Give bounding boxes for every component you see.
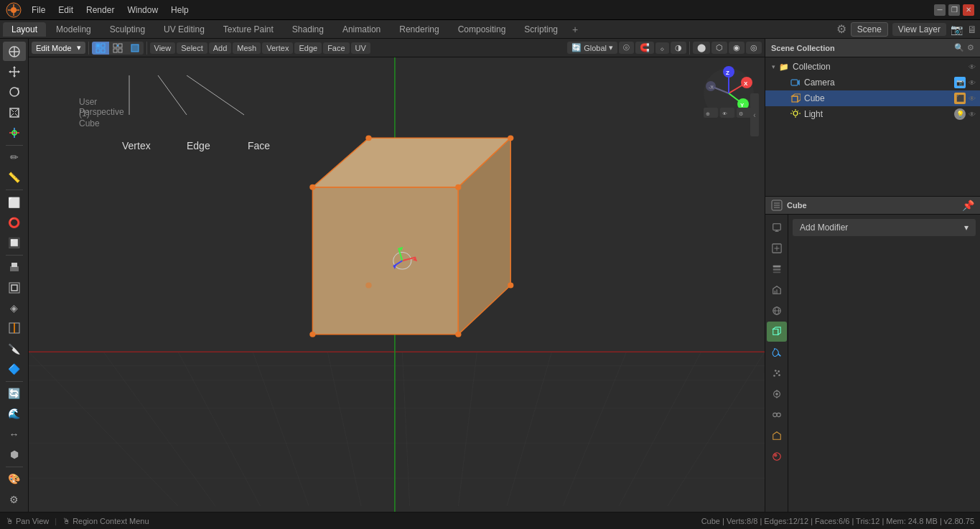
options-tool[interactable]: ⚙ xyxy=(3,490,26,509)
solid-mode[interactable]: ⬤ xyxy=(693,42,710,54)
scene-props-icon[interactable] xyxy=(767,280,787,300)
wireframe-mode[interactable]: ⬡ xyxy=(711,42,727,54)
transform-orientation[interactable]: 🔄 Global ▾ xyxy=(567,42,617,54)
tab-compositing[interactable]: Compositing xyxy=(449,22,515,37)
tree-item-light[interactable]: Light 💡 👁 xyxy=(765,106,980,122)
svg-point-15 xyxy=(10,88,19,96)
physics-props-icon[interactable] xyxy=(767,384,787,404)
svg-rect-27 xyxy=(9,283,19,293)
close-button[interactable]: ✕ xyxy=(963,4,974,16)
menu-edit[interactable]: Edit xyxy=(52,4,79,17)
maximize-button[interactable]: ❐ xyxy=(948,4,960,16)
viewport-canvas[interactable]: User Perspective (1) Cube Vertex Edge Fa… xyxy=(29,57,765,512)
tab-sculpting[interactable]: Sculpting xyxy=(101,22,154,37)
inset-tool[interactable] xyxy=(3,278,26,297)
shrink-fatten-tool[interactable]: ⬢ xyxy=(3,444,26,464)
smooth-tool[interactable]: 🌊 xyxy=(3,404,26,423)
view-layer-selector[interactable]: View Layer xyxy=(892,23,946,36)
menu-window[interactable]: Window xyxy=(121,4,164,17)
uv-menu[interactable]: UV xyxy=(351,42,370,54)
material-preview[interactable]: ◉ xyxy=(729,42,745,54)
edge-menu[interactable]: Edge xyxy=(294,42,322,54)
menu-render[interactable]: Render xyxy=(80,4,120,17)
measure-tool[interactable]: 📏 xyxy=(3,168,26,187)
spin-tool[interactable]: 🔄 xyxy=(3,383,26,403)
menu-file[interactable]: File xyxy=(26,4,51,17)
svg-line-53 xyxy=(253,352,309,506)
svg-rect-38 xyxy=(113,49,117,52)
tab-texture-paint[interactable]: Texture Paint xyxy=(215,22,282,37)
minimize-button[interactable]: ─ xyxy=(934,4,946,16)
svg-point-138 xyxy=(773,375,775,377)
add-circle-tool[interactable]: ⭕ xyxy=(3,212,26,232)
select-menu[interactable]: Select xyxy=(177,42,207,54)
tab-animation[interactable]: Animation xyxy=(334,22,389,37)
cursor-tool[interactable] xyxy=(3,42,26,61)
view-menu[interactable]: View xyxy=(150,42,176,54)
outliner-filter-icon[interactable]: ⚙ xyxy=(967,43,974,52)
add-workspace-button[interactable]: + xyxy=(568,22,582,37)
viewport[interactable]: Edit Mode ▾ View Select Add Mesh xyxy=(29,39,765,512)
move-tool[interactable] xyxy=(3,62,26,81)
extrude-tool[interactable] xyxy=(3,258,26,277)
overlay-toggle[interactable]: ⬦ xyxy=(655,42,669,54)
hide-sidebar-icon[interactable]: ‹ xyxy=(750,93,759,136)
render-props-icon[interactable] xyxy=(767,217,787,238)
tab-uv-editing[interactable]: UV Editing xyxy=(155,22,213,37)
add-modifier-button[interactable]: Add Modifier ▾ xyxy=(793,219,976,236)
vertex-menu[interactable]: Vertex xyxy=(262,42,293,54)
svg-rect-28 xyxy=(11,285,17,291)
transform-tool[interactable] xyxy=(3,123,26,142)
modifier-props-icon[interactable] xyxy=(767,342,787,362)
tree-item-camera[interactable]: Camera 📷 👁 xyxy=(765,75,980,90)
navigation-gizmo[interactable]: X -X Y Z ⊕ xyxy=(700,65,757,122)
outliner-search-icon[interactable]: 🔍 xyxy=(954,43,964,52)
mesh-menu[interactable]: Mesh xyxy=(233,42,261,54)
add-box-tool[interactable]: ⬜ xyxy=(3,192,26,212)
object-data-props-icon[interactable] xyxy=(767,426,787,446)
tree-item-collection[interactable]: ▾ 📁 Collection 👁 xyxy=(765,59,980,75)
world-props-icon[interactable] xyxy=(767,301,787,321)
add-menu[interactable]: Add xyxy=(209,42,232,54)
edit-mode-selector[interactable]: Edit Mode ▾ xyxy=(32,42,85,54)
menu-help[interactable]: Help xyxy=(165,4,195,17)
rotate-tool[interactable] xyxy=(3,83,26,102)
scene-selector[interactable]: Scene xyxy=(851,22,888,37)
tab-shading[interactable]: Shading xyxy=(284,22,332,37)
tab-scripting[interactable]: Scripting xyxy=(515,22,566,37)
tab-modeling[interactable]: Modeling xyxy=(47,22,100,37)
lasso-select-tool[interactable]: 🔲 xyxy=(3,233,26,253)
xray-toggle[interactable]: ◑ xyxy=(671,42,686,54)
proportional-edit[interactable]: ⦾ xyxy=(619,42,634,54)
vertex-paint-tool[interactable]: 🎨 xyxy=(3,469,26,489)
snap-toggle[interactable]: 🧲 xyxy=(635,42,654,54)
cube-hide-icon[interactable]: 👁 xyxy=(967,95,977,103)
scale-tool[interactable] xyxy=(3,103,26,122)
annotate-tool[interactable]: ✏ xyxy=(3,147,26,167)
material-props-icon[interactable] xyxy=(767,446,787,467)
tab-rendering[interactable]: Rendering xyxy=(391,22,447,37)
face-mode-button[interactable] xyxy=(126,42,144,55)
poly-build-tool[interactable]: 🔷 xyxy=(3,359,26,378)
constraints-props-icon[interactable] xyxy=(767,405,787,425)
edge-mode-button[interactable] xyxy=(109,42,126,55)
light-hide-icon[interactable]: 👁 xyxy=(967,111,977,118)
tree-item-cube[interactable]: Cube ⬛ 👁 xyxy=(765,90,980,106)
pin-icon[interactable]: 📌 xyxy=(962,200,974,211)
output-props-icon[interactable] xyxy=(767,238,787,258)
collection-hide-icon[interactable]: 👁 xyxy=(967,63,977,71)
svg-point-151 xyxy=(773,452,780,460)
camera-hide-icon[interactable]: 👁 xyxy=(967,79,977,87)
object-props-icon[interactable] xyxy=(767,322,787,342)
vertex-mode-button[interactable] xyxy=(92,42,109,55)
toolbar-separator-1 xyxy=(6,145,23,146)
tab-layout[interactable]: Layout xyxy=(3,22,46,37)
knife-tool[interactable]: 🔪 xyxy=(3,339,26,358)
bevel-tool[interactable]: ◈ xyxy=(3,298,26,317)
loop-cut-tool[interactable] xyxy=(3,319,26,338)
rendered-mode[interactable]: ◎ xyxy=(746,42,762,54)
view-layer-props-icon[interactable] xyxy=(767,259,787,279)
edge-slide-tool[interactable]: ↔ xyxy=(3,424,26,444)
face-menu[interactable]: Face xyxy=(323,42,349,54)
particles-props-icon[interactable] xyxy=(767,363,787,383)
